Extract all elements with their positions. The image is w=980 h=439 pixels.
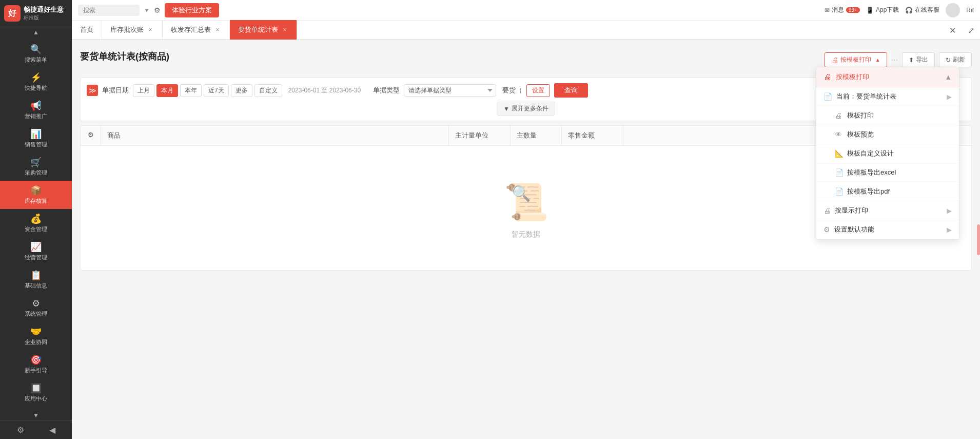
- sidebar-item-app-center[interactable]: 🔲 应用中心: [0, 378, 72, 407]
- tab-close-inventory-batch[interactable]: ×: [147, 26, 154, 33]
- date-range-text: 2023-06-01 至 2023-06-30: [288, 86, 361, 95]
- expand-down-icon: ▼: [503, 105, 509, 112]
- demo-btn[interactable]: 体验行业方案: [165, 3, 219, 17]
- dropdown-item-display-print[interactable]: 🖨 按显示打印 ▶: [816, 201, 959, 220]
- window-control-btns: ✕ ⤢: [943, 21, 980, 40]
- quick-nav-icon: ⚡: [30, 72, 42, 83]
- dropdown-item-set-default[interactable]: ⚙ 设置默认功能 ▶: [816, 220, 959, 239]
- export-icon: ⬆: [909, 56, 914, 64]
- sidebar-item-guide[interactable]: 🎯 新手引导: [0, 350, 72, 378]
- app-brand-text: 畅捷通好生意 标准版: [24, 6, 64, 21]
- dropdown-header-left: 🖨 按模板打印: [824, 72, 869, 82]
- date-btn-this-year[interactable]: 本年: [180, 84, 202, 97]
- msg-badge: 99+: [846, 7, 860, 13]
- sidebar-item-quick-nav[interactable]: ⚡ 快捷导航: [0, 68, 72, 96]
- refresh-icon: ↻: [946, 56, 951, 64]
- print-icon: 🖨: [831, 56, 838, 64]
- print-btn[interactable]: 🖨 按模板打印 ▲: [825, 52, 887, 67]
- app-download-btn[interactable]: 📱 App下载: [866, 6, 899, 14]
- sidebar-item-corp-wechat[interactable]: 💬 企业微信: [0, 407, 72, 410]
- tab-close-order-stats[interactable]: ×: [281, 26, 288, 33]
- date-btn-last-month[interactable]: 上月: [133, 84, 154, 97]
- sidebar-item-corp-collab[interactable]: 🤝 企业协同: [0, 322, 72, 350]
- export-btn[interactable]: ⬆ 导出: [902, 52, 935, 67]
- guide-icon: 🎯: [30, 354, 42, 366]
- date-btn-7days[interactable]: 近7天: [204, 84, 229, 97]
- sidebar-item-search[interactable]: 🔍 搜索菜单: [0, 40, 72, 68]
- sidebar-item-sales[interactable]: 📊 销售管理: [0, 124, 72, 152]
- sidebar-nav: 🔍 搜索菜单 ⚡ 快捷导航 📢 营销推广 📊 销售管理 🛒 采购管理 📦 库存核…: [0, 37, 72, 410]
- type-filter-select[interactable]: 请选择单据类型: [404, 84, 496, 97]
- sidebar-item-marketing[interactable]: 📢 营销推广: [0, 96, 72, 124]
- type-filter-label: 单据类型: [373, 86, 400, 95]
- sidebar-scroll-up[interactable]: ▲: [0, 27, 72, 37]
- online-service-icon: 🎧: [905, 7, 913, 14]
- table-settings-btn[interactable]: 设置: [526, 84, 550, 97]
- dropdown-header-arrow: ▲: [945, 73, 952, 81]
- refresh-btn[interactable]: ↻ 刷新: [939, 52, 972, 67]
- user-name: Rit: [966, 7, 974, 14]
- page-title: 要货单统计表(按商品): [80, 50, 169, 63]
- sidebar-item-inventory[interactable]: 📦 库存核算: [0, 181, 72, 209]
- sidebar-collapse-btn[interactable]: ◀: [49, 425, 55, 435]
- dropdown-header[interactable]: 🖨 按模板打印 ▲: [816, 67, 959, 87]
- edition-label: 标准版: [24, 14, 64, 21]
- brand-name: 畅捷通好生意: [24, 6, 64, 14]
- sidebar-scroll-down[interactable]: ▼: [0, 410, 72, 421]
- msg-label: 消息: [832, 6, 844, 14]
- topbar: ▼ ⚙ 体验行业方案 ✉ 消息 99+ 📱 App下载 🎧 在线客服 Rit: [72, 0, 980, 21]
- set-default-arrow: ▶: [947, 226, 952, 234]
- display-print-icon: 🖨: [824, 206, 831, 215]
- online-service-btn[interactable]: 🎧 在线客服: [905, 6, 939, 14]
- sidebar-item-system[interactable]: ⚙ 系统管理: [0, 294, 72, 322]
- more-actions-icon[interactable]: ···: [891, 55, 898, 65]
- export-pdf-icon: 📄: [835, 187, 843, 196]
- dropdown-item-export-pdf[interactable]: 📄 按模板导出pdf: [816, 182, 959, 201]
- col-settings[interactable]: ⚙: [81, 126, 101, 145]
- dropdown-item-export-excel[interactable]: 📄 按模板导出excel: [816, 163, 959, 182]
- sidebar: 好 畅捷通好生意 标准版 ▲ 🔍 搜索菜单 ⚡ 快捷导航 📢 营销推广 📊 销售…: [0, 0, 72, 439]
- filter-expand-icon[interactable]: ≫: [87, 85, 98, 96]
- col-qty: 主数量: [511, 126, 562, 145]
- topbar-search-input[interactable]: [78, 5, 140, 16]
- sidebar-item-purchase[interactable]: 🛒 采购管理: [0, 152, 72, 181]
- tab-receivable-summary[interactable]: 收发存汇总表 ×: [163, 20, 230, 40]
- window-maximize-btn[interactable]: ⤢: [962, 21, 980, 40]
- inventory-icon: 📦: [30, 185, 42, 196]
- sidebar-logo: 好 畅捷通好生意 标准版: [0, 0, 72, 27]
- date-btn-custom[interactable]: 自定义: [254, 84, 282, 97]
- date-btn-more[interactable]: 更多: [231, 84, 252, 97]
- expand-more-btn[interactable]: ▼ 展开更多条件: [497, 102, 555, 116]
- topbar-gear-icon[interactable]: ⚙: [154, 6, 161, 14]
- dropdown-item-template-preview[interactable]: 👁 模板预览: [816, 125, 959, 144]
- tab-order-stats[interactable]: 要货单统计表 ×: [230, 20, 297, 40]
- scrollbar-handle[interactable]: [977, 224, 980, 255]
- basic-info-icon: 📋: [30, 270, 42, 281]
- topbar-left: ▼ ⚙ 体验行业方案: [78, 3, 820, 17]
- set-default-icon: ⚙: [824, 225, 830, 234]
- app-download-icon: 📱: [866, 7, 874, 14]
- sidebar-item-basic-info[interactable]: 📋 基础信息: [0, 265, 72, 294]
- date-btn-this-month[interactable]: 本月: [156, 84, 178, 97]
- tab-close-receivable-summary[interactable]: ×: [214, 26, 221, 33]
- sidebar-item-operations[interactable]: 📈 经营管理: [0, 237, 72, 265]
- msg-btn[interactable]: ✉ 消息 99+: [825, 6, 860, 14]
- dropdown-item-template-design[interactable]: 📐 模板自定义设计: [816, 144, 959, 163]
- tab-inventory-batch[interactable]: 库存批次账 ×: [102, 20, 163, 40]
- topbar-dropdown-arrow[interactable]: ▼: [144, 7, 150, 14]
- dropdown-current-template[interactable]: 📄 当前：要货单统计表 ▶: [816, 87, 959, 106]
- window-close-btn[interactable]: ✕: [943, 21, 962, 40]
- finance-icon: 💰: [30, 213, 42, 224]
- app-center-icon: 🔲: [30, 383, 42, 394]
- online-service-label: 在线客服: [915, 6, 939, 14]
- display-print-arrow: ▶: [947, 207, 952, 215]
- user-avatar[interactable]: [946, 3, 960, 17]
- sidebar-settings-btn[interactable]: ⚙: [17, 425, 24, 435]
- tabs-bar: 首页 库存批次账 × 收发存汇总表 × 要货单统计表 × ✕ ⤢: [72, 21, 980, 40]
- app-logo-icon: 好: [4, 5, 21, 22]
- query-btn[interactable]: 查询: [554, 83, 588, 98]
- sidebar-item-finance[interactable]: 💰 资金管理: [0, 209, 72, 237]
- dropdown-item-template-print[interactable]: 🖨 模板打印: [816, 106, 959, 125]
- tab-home[interactable]: 首页: [72, 20, 102, 40]
- msg-icon: ✉: [825, 7, 830, 14]
